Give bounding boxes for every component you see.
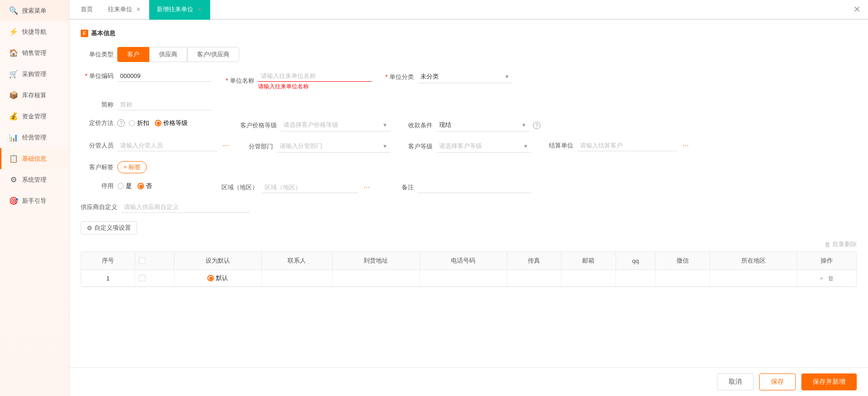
unit-category-label: 单位分类 bbox=[381, 73, 414, 81]
settlement-field: 结算单位 ··· bbox=[541, 140, 691, 151]
price-level-arrow-icon: ▼ bbox=[382, 122, 388, 128]
supplier-custom-field: 供应商自定义 bbox=[81, 202, 250, 213]
batch-delete-icon: 🗑 bbox=[824, 241, 830, 248]
type-btn-supplier[interactable]: 供应商 bbox=[149, 47, 187, 62]
sidebar: 🔍 搜索菜单 ⚡ 快捷导航 🏠 销售管理 🛒 采购管理 📦 库存核算 💰 资金管… bbox=[0, 0, 69, 396]
radio-price-level[interactable]: 价格等级 bbox=[155, 119, 188, 127]
sidebar-item-sales[interactable]: 🏠 销售管理 bbox=[0, 42, 69, 63]
col-contact: 联系人 bbox=[261, 252, 332, 270]
row-delete-btn[interactable]: 🗑 bbox=[828, 275, 834, 282]
cell-default[interactable]: 默认 bbox=[174, 270, 261, 287]
customer-price-level-select[interactable]: 请选择客户价格等级 ▼ bbox=[281, 119, 390, 132]
unit-name-error: 请输入往来单位名称 bbox=[258, 83, 372, 91]
payment-terms-select[interactable]: 现结 ▼ bbox=[436, 119, 529, 132]
cell-phone[interactable] bbox=[419, 270, 507, 287]
region-label: 区域（地区） bbox=[221, 183, 258, 192]
manager-dots-btn[interactable]: ··· bbox=[221, 141, 231, 150]
col-qq: qq bbox=[616, 252, 655, 270]
table-header-row: 序号 设为默认 联系人 到货地址 电话号码 传真 邮箱 qq 微信 所在地区 操… bbox=[81, 252, 856, 270]
section-icon: F bbox=[81, 30, 88, 37]
department-select[interactable]: 请输入分管部门 ▼ bbox=[277, 140, 390, 153]
payment-terms-field: 收款条件 现结 ▼ ? bbox=[400, 119, 541, 132]
cell-wechat[interactable] bbox=[655, 270, 710, 287]
unit-name-label: 单位名称 bbox=[221, 77, 254, 85]
type-btn-both[interactable]: 客户/供应商 bbox=[187, 47, 239, 62]
row-default-dot bbox=[209, 277, 213, 280]
basic-info-icon: 📋 bbox=[9, 154, 18, 163]
supplier-custom-input[interactable] bbox=[121, 202, 250, 213]
unit-code-input[interactable] bbox=[117, 70, 212, 82]
radio-discount[interactable]: 折扣 bbox=[129, 119, 149, 127]
settlement-dots-btn[interactable]: ··· bbox=[681, 141, 691, 150]
unit-category-field: 单位分类 未分类 ▼ bbox=[381, 70, 512, 83]
short-name-label: 简称 bbox=[81, 101, 114, 109]
cell-seq: 1 bbox=[81, 270, 135, 287]
save-button[interactable]: 保存 bbox=[759, 373, 796, 390]
customer-level-select[interactable]: 请选择客户等级 ▼ bbox=[436, 140, 531, 153]
tab-units-close[interactable]: ✕ bbox=[135, 6, 142, 13]
short-name-input[interactable] bbox=[117, 99, 212, 110]
cell-fax[interactable] bbox=[507, 270, 561, 287]
form-content: F 基本信息 单位类型 客户 供应商 客户/供应商 单位编码 单位名称 bbox=[69, 20, 868, 367]
sidebar-item-purchase[interactable]: 🛒 采购管理 bbox=[0, 63, 69, 85]
region-input[interactable] bbox=[262, 182, 358, 193]
manager-field: 分管人员 ··· bbox=[81, 140, 231, 151]
settlement-input[interactable] bbox=[577, 140, 677, 151]
tab-new-unit-close[interactable]: ✕ bbox=[196, 6, 203, 13]
unit-type-label: 单位类型 bbox=[81, 50, 114, 59]
save-new-button[interactable]: 保存并新增 bbox=[801, 373, 857, 390]
unit-name-field: 单位名称 请输入往来单位名称 bbox=[221, 70, 372, 91]
dept-arrow-icon: ▼ bbox=[382, 143, 388, 149]
batch-delete-label[interactable]: 批量删除 bbox=[832, 240, 857, 248]
pricing-row: 定价方法 ? 折扣 价格等级 客户价格等级 bbox=[81, 119, 857, 132]
sidebar-item-system[interactable]: ⚙ 系统管理 bbox=[0, 169, 69, 190]
cancel-button[interactable]: 取消 bbox=[717, 373, 754, 390]
cell-checkbox[interactable] bbox=[135, 270, 175, 287]
radio-yes[interactable]: 是 bbox=[117, 182, 132, 190]
select-all-checkbox[interactable] bbox=[139, 257, 145, 264]
radio-no-dot bbox=[139, 185, 143, 188]
row-checkbox[interactable] bbox=[139, 275, 145, 281]
tags-field: 客户标签 + 标签 bbox=[81, 161, 147, 173]
custom-settings-btn[interactable]: ⚙ 自定义项设置 bbox=[81, 221, 137, 234]
pricing-method-field: 定价方法 ? 折扣 价格等级 bbox=[81, 119, 231, 127]
radio-no[interactable]: 否 bbox=[137, 182, 152, 190]
tab-units[interactable]: 往来单位 ✕ bbox=[100, 0, 149, 20]
short-name-row: 简称 bbox=[81, 99, 857, 110]
manager-input[interactable] bbox=[117, 140, 217, 151]
sidebar-item-search[interactable]: 🔍 搜索菜单 bbox=[0, 0, 69, 21]
cell-email[interactable] bbox=[561, 270, 616, 287]
radio-yes-circle bbox=[117, 183, 124, 189]
sidebar-item-operations[interactable]: 📊 经营管理 bbox=[0, 127, 69, 148]
supplier-custom-row: 供应商自定义 bbox=[81, 202, 857, 213]
tags-label: 客户标签 bbox=[81, 163, 114, 171]
row-add-btn[interactable]: + bbox=[820, 275, 823, 282]
short-name-field: 简称 bbox=[81, 99, 212, 110]
cell-region[interactable] bbox=[710, 270, 797, 287]
cell-address[interactable] bbox=[332, 270, 419, 287]
unit-category-select[interactable]: 未分类 ▼ bbox=[418, 70, 512, 83]
pricing-help-icon[interactable]: ? bbox=[117, 119, 125, 127]
region-dots-btn[interactable]: ··· bbox=[362, 183, 372, 192]
row-default-radio[interactable]: 默认 bbox=[178, 274, 258, 282]
remarks-input[interactable] bbox=[418, 182, 531, 193]
tab-bar-close-btn[interactable]: ✕ bbox=[850, 4, 864, 15]
remarks-field: 备注 bbox=[381, 182, 531, 193]
tab-new-unit[interactable]: 新增往来单位 ✕ bbox=[149, 0, 210, 20]
payment-help-icon[interactable]: ? bbox=[533, 122, 541, 129]
add-tag-btn[interactable]: + 标签 bbox=[117, 161, 147, 173]
disabled-label: 停用 bbox=[81, 182, 114, 190]
sidebar-item-guide[interactable]: 🎯 新手引导 bbox=[0, 190, 69, 211]
type-btn-customer[interactable]: 客户 bbox=[117, 47, 149, 62]
sidebar-item-inventory[interactable]: 📦 库存核算 bbox=[0, 85, 69, 106]
sidebar-item-quick-nav[interactable]: ⚡ 快捷导航 bbox=[0, 21, 69, 42]
cell-contact[interactable] bbox=[261, 270, 332, 287]
cell-qq[interactable] bbox=[616, 270, 655, 287]
customer-level-arrow-icon: ▼ bbox=[523, 143, 528, 149]
unit-code-label: 单位编码 bbox=[81, 72, 114, 80]
unit-name-input[interactable] bbox=[258, 70, 372, 82]
tab-home[interactable]: 首页 bbox=[73, 0, 100, 20]
radio-discount-circle bbox=[129, 120, 135, 126]
sidebar-item-basic-info[interactable]: 📋 基础信息 bbox=[0, 148, 69, 169]
sidebar-item-finance[interactable]: 💰 资金管理 bbox=[0, 106, 69, 127]
